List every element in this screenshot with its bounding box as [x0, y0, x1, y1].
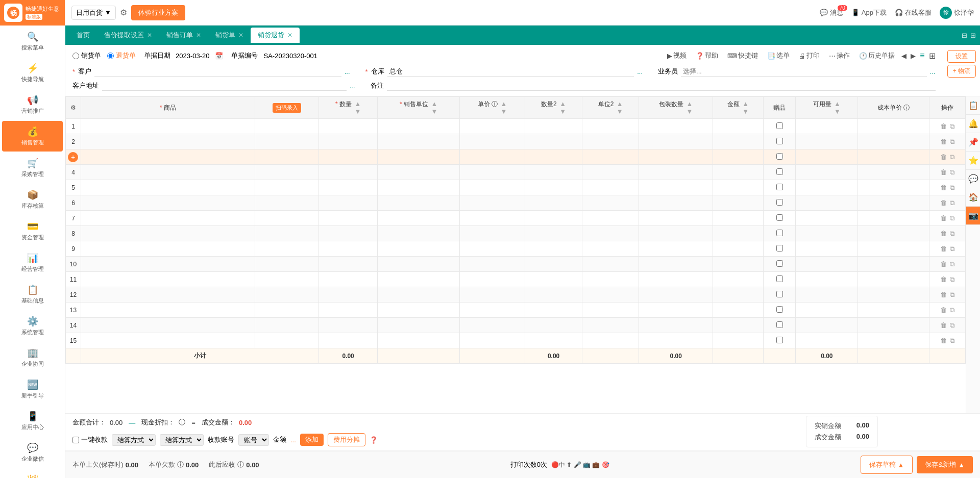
- settings-action-btn[interactable]: 设置: [947, 50, 976, 63]
- sidebar-item-system[interactable]: ⚙️ 系统管理: [2, 311, 63, 341]
- pack-qty-cell[interactable]: [639, 134, 713, 149]
- unit2-cell[interactable]: [582, 318, 639, 333]
- scan-button[interactable]: 扫码录入: [273, 103, 301, 113]
- nav-prev-icon[interactable]: ◀: [901, 52, 906, 60]
- unit-price-cell[interactable]: [460, 333, 525, 348]
- sales-unit-cell[interactable]: [378, 272, 460, 287]
- qty2-cell[interactable]: [525, 318, 582, 333]
- copy-icon[interactable]: ⧉: [950, 122, 954, 130]
- quantity-cell[interactable]: [319, 211, 378, 226]
- quantity-cell[interactable]: [319, 272, 378, 287]
- unit-price-cell[interactable]: [460, 272, 525, 287]
- qty2-cell[interactable]: [525, 165, 582, 180]
- pack-qty-cell[interactable]: [639, 257, 713, 272]
- qty2-cell[interactable]: [525, 211, 582, 226]
- amount-cell[interactable]: [713, 134, 764, 149]
- product-cell[interactable]: [81, 257, 255, 272]
- print-btn[interactable]: 🖨 打印: [796, 50, 822, 61]
- copy-icon[interactable]: ⧉: [950, 199, 954, 207]
- calendar-icon[interactable]: 📅: [215, 52, 223, 60]
- qty2-cell[interactable]: [525, 333, 582, 348]
- gift-cell[interactable]: [763, 333, 796, 348]
- tab-close-icon[interactable]: ✕: [238, 32, 243, 39]
- unit-price-cell[interactable]: [460, 303, 525, 318]
- delete-icon[interactable]: 🗑: [940, 168, 947, 176]
- qty2-cell[interactable]: [525, 195, 582, 211]
- delete-icon[interactable]: 🗑: [940, 153, 947, 161]
- remark-input[interactable]: [387, 81, 936, 91]
- sales-unit-cell[interactable]: [378, 211, 460, 226]
- copy-icon[interactable]: ⧉: [950, 230, 954, 237]
- add-row-button[interactable]: +: [68, 152, 78, 162]
- unit2-cell[interactable]: [582, 241, 639, 257]
- delete-icon[interactable]: 🗑: [940, 306, 947, 314]
- delete-icon[interactable]: 🗑: [940, 230, 947, 237]
- gift-checkbox[interactable]: [776, 168, 783, 175]
- pack-qty-cell[interactable]: [639, 180, 713, 195]
- split-button[interactable]: 费用分摊: [328, 433, 365, 446]
- copy-icon[interactable]: ⧉: [950, 184, 954, 191]
- one-click-payment-check[interactable]: 一键收款: [72, 435, 108, 444]
- online-service-button[interactable]: 🎧 在线客服: [895, 8, 932, 17]
- unit-price-cell[interactable]: [460, 318, 525, 333]
- unit-price-cell[interactable]: [460, 257, 525, 272]
- address-picker-btn[interactable]: ...: [350, 82, 355, 90]
- user-profile[interactable]: 徐 徐泽华: [940, 7, 974, 19]
- amount-picker-btn[interactable]: ...: [290, 436, 296, 444]
- copy-icon[interactable]: ⧉: [950, 168, 954, 176]
- video-btn[interactable]: ▶ 视频: [665, 50, 689, 61]
- amount-cell[interactable]: [713, 165, 764, 180]
- help-btn[interactable]: ❓ 帮助: [693, 50, 721, 61]
- product-cell[interactable]: [81, 333, 255, 348]
- unit2-cell[interactable]: [582, 333, 639, 348]
- sidebar-item-finance[interactable]: 💳 资金管理: [2, 216, 63, 246]
- history-btn[interactable]: 🕐 历史单据: [856, 50, 897, 61]
- nav-next-icon[interactable]: ▶: [911, 52, 916, 60]
- gift-checkbox[interactable]: [776, 291, 783, 297]
- pack-qty-cell[interactable]: [639, 165, 713, 180]
- warehouse-input[interactable]: [387, 66, 634, 77]
- unit-price-cell[interactable]: [460, 119, 525, 134]
- copy-icon[interactable]: ⧉: [950, 321, 954, 329]
- account-select[interactable]: 账号: [238, 434, 269, 446]
- sidebar-item-purchase[interactable]: 🛒 采购管理: [2, 153, 63, 183]
- delete-icon[interactable]: 🗑: [940, 260, 947, 268]
- unit-price-cell[interactable]: [460, 195, 525, 211]
- qty2-cell[interactable]: [525, 119, 582, 134]
- warehouse-picker-btn[interactable]: ...: [637, 68, 643, 76]
- sidebar-item-apps[interactable]: 📱 应用中心: [2, 406, 63, 436]
- right-btn-4[interactable]: ⭐: [966, 152, 980, 170]
- tab-price-settings[interactable]: 售价提取设置 ✕: [97, 28, 159, 43]
- amount-cell[interactable]: [713, 195, 764, 211]
- unit-price-cell[interactable]: [460, 180, 525, 195]
- pack-qty-cell[interactable]: [639, 211, 713, 226]
- delete-icon[interactable]: 🗑: [940, 184, 947, 191]
- product-cell[interactable]: [81, 180, 255, 195]
- qty2-cell[interactable]: [525, 241, 582, 257]
- unit-price-cell[interactable]: [460, 226, 525, 241]
- tab-close-icon[interactable]: ✕: [147, 32, 152, 39]
- unit2-cell[interactable]: [582, 226, 639, 241]
- quantity-cell[interactable]: [319, 149, 378, 165]
- sales-unit-cell[interactable]: [378, 333, 460, 348]
- sales-unit-cell[interactable]: [378, 149, 460, 165]
- gift-cell[interactable]: [763, 257, 796, 272]
- staff-input[interactable]: [681, 66, 927, 77]
- product-cell[interactable]: [81, 119, 255, 134]
- product-cell[interactable]: [81, 165, 255, 180]
- company-dropdown[interactable]: 日用百货 ▼: [71, 6, 116, 20]
- amount-cell[interactable]: [713, 287, 764, 303]
- right-btn-7[interactable]: 📷: [966, 207, 980, 225]
- right-btn-1[interactable]: 📋: [966, 96, 980, 115]
- sidebar-item-marketing[interactable]: 📢 营销推广: [2, 89, 63, 120]
- operate-btn[interactable]: ⋯ 操作: [826, 50, 852, 61]
- unit-price-cell[interactable]: [460, 241, 525, 257]
- radio-input-return[interactable]: [107, 53, 114, 59]
- unit-price-cell[interactable]: [460, 134, 525, 149]
- copy-icon[interactable]: ⧉: [950, 214, 954, 222]
- radio-sales-slip[interactable]: 销货单: [72, 51, 101, 60]
- right-btn-5[interactable]: 💬: [966, 170, 980, 188]
- unit2-cell[interactable]: [582, 287, 639, 303]
- sidebar-item-inventory[interactable]: 📦 库存核算: [2, 184, 63, 215]
- tab-close-icon[interactable]: ✕: [196, 32, 201, 39]
